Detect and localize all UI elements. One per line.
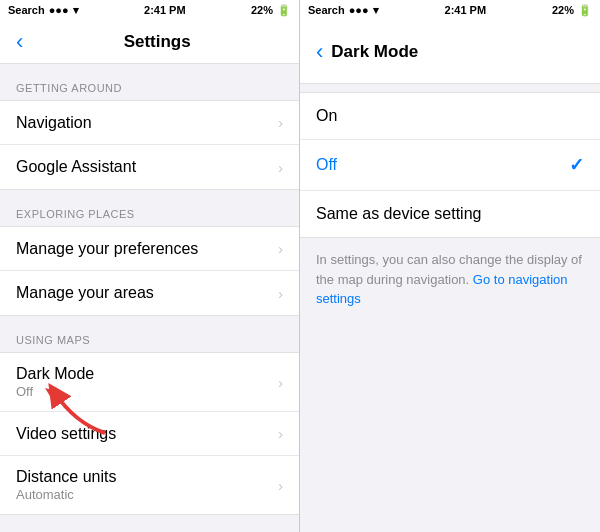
mode-off-label: Off: [316, 156, 337, 174]
navigation-title: Navigation: [16, 114, 278, 132]
dark-mode-page-title: Dark Mode: [331, 42, 418, 62]
section-header-getting-around: GETTING AROUND: [0, 64, 299, 100]
mode-options-group: On Off ✓ Same as device setting: [300, 92, 600, 238]
google-assistant-item[interactable]: Google Assistant ›: [0, 145, 299, 189]
settings-title: Settings: [31, 32, 283, 52]
navigation-chevron-icon: ›: [278, 114, 283, 131]
google-assistant-content: Google Assistant: [16, 158, 278, 176]
checkmark-icon: ✓: [569, 154, 584, 176]
dark-mode-item[interactable]: Dark Mode Off ›: [0, 353, 299, 412]
navigation-item[interactable]: Navigation ›: [0, 101, 299, 145]
mode-on-label: On: [316, 107, 337, 125]
mode-device-label: Same as device setting: [316, 205, 481, 223]
video-settings-chevron-icon: ›: [278, 425, 283, 442]
right-status-left: Search ●●● ▾: [308, 4, 379, 17]
using-maps-group: Dark Mode Off › Video settings: [0, 352, 299, 515]
battery-percent-left: 22%: [251, 4, 273, 16]
left-nav-bar: ‹ Settings: [0, 20, 299, 64]
left-status-bar: Search ●●● ▾ 2:41 PM 22% 🔋: [0, 0, 299, 20]
distance-units-item[interactable]: Distance units Automatic ›: [0, 456, 299, 514]
manage-preferences-title: Manage your preferences: [16, 240, 278, 258]
google-assistant-chevron-icon: ›: [278, 159, 283, 176]
exploring-places-group: Manage your preferences › Manage your ar…: [0, 226, 299, 316]
manage-areas-content: Manage your areas: [16, 284, 278, 302]
manage-areas-item[interactable]: Manage your areas ›: [0, 271, 299, 315]
video-settings-content: Video settings: [16, 425, 278, 443]
dark-mode-content: Dark Mode Off: [16, 365, 278, 399]
mode-device-item[interactable]: Same as device setting: [300, 191, 600, 237]
right-battery-percent: 22%: [552, 4, 574, 16]
left-status-left: Search ●●● ▾: [8, 4, 79, 17]
left-status-right: 22% 🔋: [251, 4, 291, 17]
manage-areas-chevron-icon: ›: [278, 285, 283, 302]
manage-areas-title: Manage your areas: [16, 284, 278, 302]
right-search-label: Search: [308, 4, 345, 16]
distance-units-subtitle: Automatic: [16, 487, 278, 502]
right-time: 2:41 PM: [445, 4, 487, 16]
right-nav-bar: ‹ Dark Mode: [300, 20, 600, 84]
manage-preferences-chevron-icon: ›: [278, 240, 283, 257]
manage-preferences-content: Manage your preferences: [16, 240, 278, 258]
right-status-right: 22% 🔋: [552, 4, 592, 17]
search-label: Search: [8, 4, 45, 16]
dark-mode-title: Dark Mode: [16, 365, 278, 383]
getting-around-group: Navigation › Google Assistant ›: [0, 100, 299, 190]
left-time: 2:41 PM: [144, 4, 186, 16]
distance-units-title: Distance units: [16, 468, 278, 486]
signal-bars-icon: ●●●: [49, 4, 69, 16]
google-assistant-title: Google Assistant: [16, 158, 278, 176]
back-button-right[interactable]: ‹: [316, 39, 323, 65]
wifi-icon: ▾: [73, 4, 79, 17]
dark-mode-chevron-icon: ›: [278, 374, 283, 391]
right-panel: Search ●●● ▾ 2:41 PM 22% 🔋 ‹ Dark Mode O…: [300, 0, 600, 532]
mode-off-item[interactable]: Off ✓: [300, 140, 600, 191]
manage-preferences-item[interactable]: Manage your preferences ›: [0, 227, 299, 271]
right-battery-icon: 🔋: [578, 4, 592, 17]
info-text-block: In settings, you can also change the dis…: [300, 238, 600, 321]
mode-on-item[interactable]: On: [300, 93, 600, 140]
section-header-using-maps: USING MAPS: [0, 316, 299, 352]
distance-units-chevron-icon: ›: [278, 477, 283, 494]
navigation-content: Navigation: [16, 114, 278, 132]
right-signal-bars-icon: ●●●: [349, 4, 369, 16]
distance-units-content: Distance units Automatic: [16, 468, 278, 502]
left-panel: Search ●●● ▾ 2:41 PM 22% 🔋 ‹ Settings GE…: [0, 0, 300, 532]
video-settings-title: Video settings: [16, 425, 278, 443]
right-wifi-icon: ▾: [373, 4, 379, 17]
battery-icon-left: 🔋: [277, 4, 291, 17]
section-header-exploring-places: EXPLORING PLACES: [0, 190, 299, 226]
video-settings-item[interactable]: Video settings ›: [0, 412, 299, 456]
right-status-bar: Search ●●● ▾ 2:41 PM 22% 🔋: [300, 0, 600, 20]
dark-mode-subtitle: Off: [16, 384, 278, 399]
back-button-left[interactable]: ‹: [16, 29, 23, 55]
